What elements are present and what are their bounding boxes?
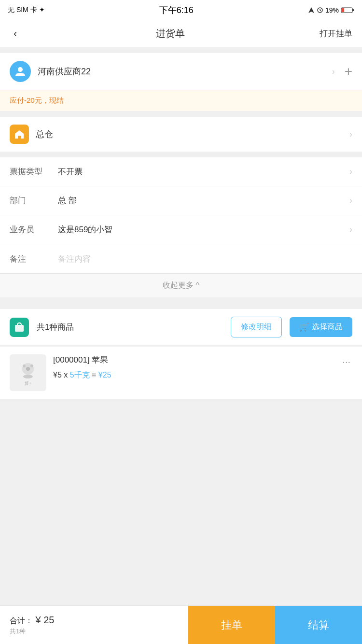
svg-rect-9 [15, 325, 24, 332]
add-button[interactable]: + [345, 64, 352, 79]
svg-rect-8 [18, 136, 21, 139]
edit-detail-button[interactable]: 修改明细 [231, 317, 282, 337]
status-left: 无 SIM 卡 ✦ [8, 6, 45, 14]
supplier-chevron-icon: › [332, 67, 335, 77]
svg-point-13 [23, 364, 26, 367]
status-bar: 无 SIM 卡 ✦ 下午6:16 19% [0, 0, 362, 20]
total-count: 共1种 [10, 627, 179, 636]
product-info: [0000001] 苹果 ¥5 x 5千克 = ¥25 [53, 354, 334, 380]
remark-row[interactable]: 备注 备注内容 [0, 244, 362, 273]
dept-label: 部门 [10, 195, 48, 206]
shopping-icon [14, 322, 25, 333]
product-name: [0000001] 苹果 [53, 354, 334, 365]
battery-icon [341, 7, 354, 14]
invoice-row[interactable]: 票据类型 不开票 › [0, 157, 362, 186]
cart-icon: 🛒 [299, 322, 309, 332]
product-header: 共1种商品 修改明细 🛒 选择商品 [0, 309, 362, 345]
collapse-row[interactable]: 收起更多 ^ [0, 273, 362, 297]
sales-label: 业务员 [10, 224, 48, 235]
location-icon [308, 7, 315, 14]
person-icon [14, 65, 27, 78]
supplier-alert: 应付-20元，现结 [0, 90, 362, 111]
product-thumb-img: 督+ [14, 358, 42, 387]
warehouse-name: 总仓 [36, 128, 349, 140]
back-button[interactable]: ‹ [10, 24, 21, 44]
supplier-avatar [10, 61, 31, 82]
bottom-spacer [0, 399, 362, 447]
svg-rect-5 [342, 8, 344, 12]
total-value: ¥ 25 [36, 615, 55, 625]
unit-price: ¥5 [53, 371, 62, 379]
warehouse-row[interactable]: 总仓 › [0, 117, 362, 152]
product-qty: 5千克 [70, 371, 90, 379]
total-section: 合计： ¥ 25 共1种 [0, 615, 188, 636]
hang-button[interactable]: 挂单 [188, 606, 275, 644]
nav-bar: ‹ 进货单 打开挂单 [0, 20, 362, 47]
page-title: 进货单 [156, 27, 185, 40]
remark-input[interactable]: 备注内容 [58, 253, 352, 265]
total-label: 合计： [10, 616, 33, 625]
divider-2 [0, 111, 362, 117]
product-code: [0000001] [53, 355, 90, 364]
invoice-label: 票据类型 [10, 166, 48, 177]
product-count: 共1种商品 [37, 322, 223, 333]
form-section: 票据类型 不开票 › 部门 总 部 › 业务员 这是859的小智 › 备注 备注… [0, 157, 362, 273]
product-price: ¥5 x 5千克 = ¥25 [53, 370, 334, 380]
multiply-sign: x [64, 371, 70, 379]
invoice-chevron-icon: › [349, 167, 352, 177]
bottom-bar: 合计： ¥ 25 共1种 挂单 结算 [0, 605, 362, 644]
svg-line-3 [320, 10, 321, 11]
select-product-label: 选择商品 [312, 322, 343, 332]
product-icon [10, 318, 29, 337]
status-time: 下午6:16 [159, 4, 194, 16]
remark-label: 备注 [10, 253, 48, 265]
product-item: 督+ [0000001] 苹果 ¥5 x 5千克 = ¥25 ··· [0, 346, 362, 399]
product-thumbnail: 督+ [10, 354, 46, 391]
home-icon [14, 129, 25, 140]
svg-point-7 [18, 67, 23, 72]
supplier-name: 河南供应商22 [38, 66, 332, 77]
battery-percent: 19% [325, 6, 339, 14]
svg-point-11 [23, 375, 33, 378]
sales-chevron-icon: › [349, 224, 352, 235]
product-total: ¥25 [98, 371, 111, 379]
svg-point-14 [30, 364, 33, 367]
supplier-card: 河南供应商22 › + 应付-20元，现结 [0, 53, 362, 111]
divider-3 [0, 297, 362, 303]
checkout-button[interactable]: 结算 [275, 606, 362, 644]
dept-row[interactable]: 部门 总 部 › [0, 186, 362, 215]
svg-text:督+: 督+ [25, 381, 31, 386]
alarm-icon [317, 7, 323, 14]
svg-rect-6 [352, 9, 354, 11]
sales-row[interactable]: 业务员 这是859的小智 › [0, 215, 362, 244]
dept-chevron-icon: › [349, 196, 352, 206]
warehouse-chevron-icon: › [349, 129, 352, 140]
divider-1 [0, 47, 362, 53]
status-right: 19% [308, 6, 354, 14]
supplier-row[interactable]: 河南供应商22 › + [0, 53, 362, 90]
open-hang-button[interactable]: 打开挂单 [320, 28, 352, 39]
svg-point-12 [26, 367, 30, 371]
collapse-label: 收起更多 ^ [163, 281, 199, 289]
total-amount: 合计： ¥ 25 [10, 615, 179, 626]
sales-value: 这是859的小智 [58, 224, 349, 235]
select-product-button[interactable]: 🛒 选择商品 [290, 317, 352, 337]
dept-value: 总 部 [58, 195, 349, 206]
more-options-button[interactable]: ··· [340, 354, 352, 369]
warehouse-icon [10, 125, 29, 144]
product-title: 苹果 [92, 355, 108, 364]
invoice-value: 不开票 [58, 166, 349, 177]
equals-sign: = [92, 371, 98, 379]
svg-marker-0 [308, 7, 314, 13]
